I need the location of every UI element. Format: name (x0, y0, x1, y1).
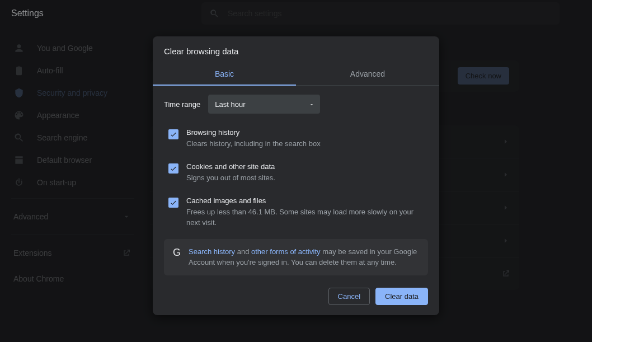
option-head: Browsing history (186, 128, 321, 137)
info-text: Search history and other forms of activi… (189, 247, 419, 268)
option-sub: Frees up less than 46.1 MB. Some sites m… (186, 207, 428, 227)
clear-browsing-data-dialog: Clear browsing data Basic Advanced Time … (153, 36, 439, 315)
other-activity-link[interactable]: other forms of activity (251, 247, 321, 256)
checkbox-cookies[interactable] (168, 163, 178, 174)
dialog-actions: Cancel Clear data (153, 285, 439, 315)
checkbox-cached[interactable] (168, 198, 178, 208)
cancel-button[interactable]: Cancel (328, 288, 370, 305)
time-range-value: Last hour (215, 100, 245, 109)
dialog-title: Clear browsing data (153, 36, 439, 64)
option-sub: Signs you out of most sites. (186, 173, 275, 183)
dialog-tabs: Basic Advanced (153, 64, 439, 86)
option-head: Cached images and files (186, 196, 428, 205)
option-text: Cookies and other site data Signs you ou… (186, 162, 275, 183)
option-text: Cached images and files Frees up less th… (186, 196, 428, 227)
search-history-link[interactable]: Search history (189, 247, 235, 256)
clear-data-button[interactable]: Clear data (375, 288, 428, 305)
option-sub: Clears history, including in the search … (186, 139, 321, 149)
time-range-label: Time range (164, 100, 200, 109)
option-browsing-history: Browsing history Clears history, includi… (164, 124, 428, 158)
time-range-select[interactable]: Last hour (208, 95, 320, 114)
tab-advanced[interactable]: Advanced (296, 64, 439, 85)
checkbox-browsing-history[interactable] (168, 129, 178, 139)
option-cached: Cached images and files Frees up less th… (164, 192, 428, 236)
app-root: Settings You and Google Auto-fill Securi… (0, 0, 592, 342)
time-range-row: Time range Last hour (164, 95, 428, 114)
caret-down-icon (309, 102, 314, 107)
option-head: Cookies and other site data (186, 162, 275, 171)
option-text: Browsing history Clears history, includi… (186, 128, 321, 149)
modal-overlay: Clear browsing data Basic Advanced Time … (0, 0, 592, 342)
google-g-icon: G (173, 247, 181, 268)
google-account-info: G Search history and other forms of acti… (164, 239, 428, 276)
option-cookies: Cookies and other site data Signs you ou… (164, 158, 428, 192)
dialog-body: Time range Last hour Browsing history Cl… (153, 86, 439, 285)
tab-basic[interactable]: Basic (153, 64, 296, 85)
